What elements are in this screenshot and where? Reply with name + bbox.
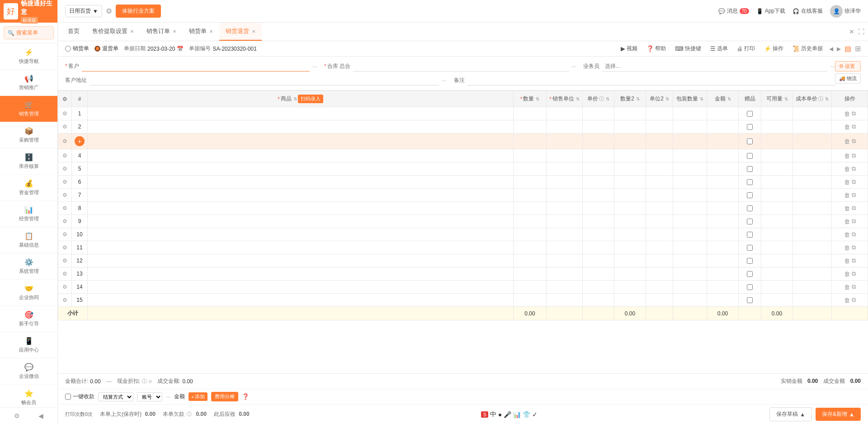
row-cost-cell[interactable] xyxy=(793,162,832,176)
row-unit-cell[interactable] xyxy=(547,228,583,241)
row-price-cell[interactable] xyxy=(583,120,614,133)
row-product-cell[interactable] xyxy=(88,133,514,149)
copy-row-icon[interactable]: ⧉ xyxy=(852,283,856,291)
qty-input[interactable] xyxy=(516,124,543,130)
row-product-cell[interactable] xyxy=(88,202,514,215)
row-product-cell[interactable] xyxy=(88,294,514,307)
row-available-cell[interactable] xyxy=(761,176,793,189)
qty-input[interactable] xyxy=(516,205,543,211)
row-amount-cell[interactable] xyxy=(707,294,739,307)
gift-checkbox[interactable] xyxy=(747,124,753,130)
row-qty-cell[interactable] xyxy=(514,120,547,133)
row-gear-icon[interactable]: ⚙ xyxy=(62,152,67,159)
gift-checkbox[interactable] xyxy=(747,153,753,159)
copy-row-icon[interactable]: ⧉ xyxy=(852,152,856,159)
row-gear-icon[interactable]: ⚙ xyxy=(62,218,67,224)
row-unit2-cell[interactable] xyxy=(646,241,673,254)
gift-checkbox[interactable] xyxy=(747,297,753,303)
row-price-cell[interactable] xyxy=(583,241,614,254)
row-unit2-cell[interactable] xyxy=(646,202,673,215)
row-pkg-cell[interactable] xyxy=(673,189,707,202)
shortcut-btn[interactable]: ⌨ 快捷键 xyxy=(672,44,704,53)
price-info-icon[interactable]: ⓘ xyxy=(599,95,604,102)
qty-input[interactable] xyxy=(516,110,543,117)
row-available-cell[interactable] xyxy=(761,215,793,228)
row-price-cell[interactable] xyxy=(583,215,614,228)
row-amount-cell[interactable] xyxy=(707,133,739,149)
product-input[interactable] xyxy=(90,205,510,211)
sidebar-item-member[interactable]: ⭐ 畅会员 xyxy=(0,385,57,407)
row-product-cell[interactable] xyxy=(88,162,514,176)
copy-row-icon[interactable]: ⧉ xyxy=(852,138,856,145)
row-product-cell[interactable] xyxy=(88,189,514,202)
staff-select-btn[interactable]: ··· xyxy=(830,63,835,70)
copy-row-icon[interactable]: ⧉ xyxy=(852,178,856,186)
delete-row-icon[interactable]: 🗑 xyxy=(844,244,850,251)
row-cost-cell[interactable] xyxy=(793,176,832,189)
sidebar-item-finance[interactable]: 💰 资金管理 xyxy=(0,175,57,201)
row-gear-icon[interactable]: ⚙ xyxy=(62,257,67,264)
sidebar-item-guide[interactable]: 🎯 新手引导 xyxy=(0,306,57,332)
row-qty2-cell[interactable] xyxy=(614,294,646,307)
row-price-cell[interactable] xyxy=(583,202,614,215)
qty-input[interactable] xyxy=(516,192,543,198)
row-unit2-cell[interactable] xyxy=(646,215,673,228)
qty2-sort-icon[interactable]: ⇅ xyxy=(636,96,640,101)
row-cost-cell[interactable] xyxy=(793,241,832,254)
qty-input[interactable] xyxy=(516,179,543,185)
row-unit-cell[interactable] xyxy=(547,281,583,294)
row-cost-cell[interactable] xyxy=(793,149,832,162)
print-btn[interactable]: 🖨 打印 xyxy=(734,44,758,53)
tab-close-price-extract[interactable]: ✕ xyxy=(130,29,134,34)
pkg-sort-icon[interactable]: ⇅ xyxy=(700,96,703,101)
row-unit-cell[interactable] xyxy=(547,254,583,267)
row-product-cell[interactable] xyxy=(88,241,514,254)
gift-checkbox[interactable] xyxy=(747,205,753,211)
row-available-cell[interactable] xyxy=(761,107,793,120)
delete-row-icon[interactable]: 🗑 xyxy=(844,218,850,225)
row-cost-cell[interactable] xyxy=(793,120,832,133)
copy-row-icon[interactable]: ⧉ xyxy=(852,244,856,251)
row-qty-cell[interactable] xyxy=(514,228,547,241)
row-qty-cell[interactable] xyxy=(514,133,547,149)
trial-btn[interactable]: 体验行业方案 xyxy=(116,5,161,18)
row-gear-icon[interactable]: ⚙ xyxy=(62,231,67,238)
view-grid-btn[interactable]: ⊞ xyxy=(855,44,861,53)
row-unit2-cell[interactable] xyxy=(646,254,673,267)
row-amount-cell[interactable] xyxy=(707,267,739,281)
calc-method-select[interactable]: 结算方式 xyxy=(98,392,133,401)
product-input[interactable] xyxy=(90,271,510,277)
tab-close-sales-return[interactable]: ✕ xyxy=(252,29,255,34)
row-qty2-cell[interactable] xyxy=(614,254,646,267)
radio-return-invoice[interactable]: 退货单 xyxy=(94,45,118,52)
row-price-cell[interactable] xyxy=(583,281,614,294)
row-price-cell[interactable] xyxy=(583,107,614,120)
copy-row-icon[interactable]: ⧉ xyxy=(852,231,856,238)
row-unit2-cell[interactable] xyxy=(646,120,673,133)
row-price-cell[interactable] xyxy=(583,149,614,162)
row-unit-cell[interactable] xyxy=(547,120,583,133)
row-unit-cell[interactable] xyxy=(547,133,583,149)
row-available-cell[interactable] xyxy=(761,294,793,307)
customer-select-btn[interactable]: ··· xyxy=(312,63,317,70)
copy-row-icon[interactable]: ⧉ xyxy=(852,110,856,117)
product-input[interactable] xyxy=(90,110,510,117)
message-btn[interactable]: 💬 消息 70 xyxy=(718,7,749,15)
fee-split-btn[interactable]: 费用分摊 xyxy=(211,392,238,401)
row-cost-cell[interactable] xyxy=(793,202,832,215)
table-settings-icon[interactable]: ⚙ xyxy=(62,96,67,102)
row-qty2-cell[interactable] xyxy=(614,267,646,281)
delete-row-icon[interactable]: 🗑 xyxy=(844,110,850,117)
cost-sort-icon[interactable]: ⇅ xyxy=(825,96,829,101)
qty-input[interactable] xyxy=(516,138,543,144)
copy-row-icon[interactable]: ⧉ xyxy=(852,191,856,199)
gift-checkbox[interactable] xyxy=(747,111,753,117)
add-payment-btn[interactable]: + 添加 xyxy=(189,392,208,401)
row-cost-cell[interactable] xyxy=(793,228,832,241)
sidebar-collapse-btn[interactable]: ◀ xyxy=(38,412,43,419)
row-product-cell[interactable] xyxy=(88,215,514,228)
user-profile[interactable]: 👤 徐泽华 xyxy=(830,5,861,18)
footer-icon-5[interactable]: 👕 xyxy=(523,411,530,418)
row-amount-cell[interactable] xyxy=(707,162,739,176)
row-pkg-cell[interactable] xyxy=(673,162,707,176)
